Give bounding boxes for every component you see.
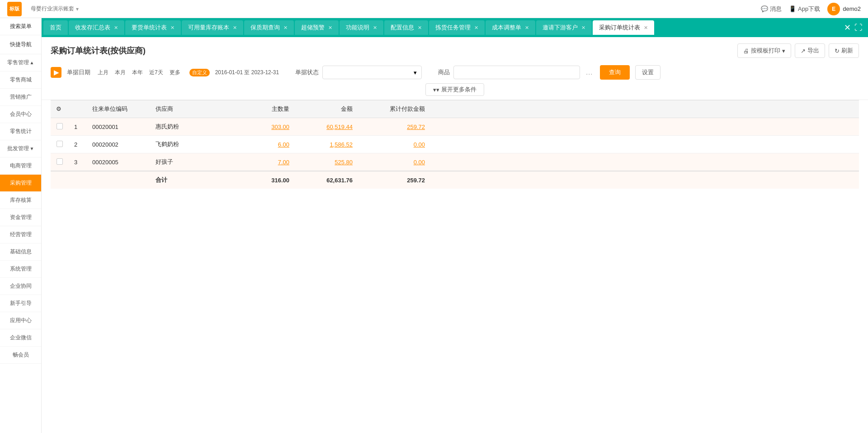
tab-overstock[interactable]: 超储预警 ✕: [295, 20, 339, 35]
tab-available-stock-close-icon[interactable]: ✕: [233, 25, 237, 31]
row-paid-link[interactable]: 259.72: [407, 124, 425, 130]
sidebar-item-wechat[interactable]: 企业微信: [0, 329, 41, 347]
row-extra: [430, 118, 859, 136]
print-button[interactable]: 🖨 按模板打印 ▾: [737, 43, 791, 58]
tab-receive-summary-label: 收发存汇总表: [75, 24, 110, 32]
row-qty: 7.00: [241, 153, 295, 171]
table-settings-icon[interactable]: ⚙: [56, 105, 63, 113]
sidebar-item-wholesale[interactable]: 批发管理 ▼: [0, 140, 41, 157]
filter-status-select[interactable]: ▾: [322, 66, 422, 79]
date-shortcut-7days[interactable]: 近7天: [147, 68, 165, 77]
row-amount: 525.80: [295, 153, 358, 171]
sidebar-item-operations[interactable]: 经营管理: [0, 226, 41, 243]
sidebar-item-retail-shop[interactable]: 零售商城: [0, 71, 41, 89]
sidebar-wechat-label: 企业微信: [10, 334, 32, 341]
export-icon: ↗: [801, 48, 806, 54]
row-paid-link[interactable]: 0.00: [414, 141, 425, 148]
sidebar-guide-label: 新手引导: [10, 300, 32, 306]
tab-home[interactable]: 首页: [43, 20, 68, 35]
tab-function-guide-close-icon[interactable]: ✕: [373, 25, 377, 31]
topbar-left: 标版 母婴行业演示账套 ▾: [7, 2, 79, 16]
tab-function-guide[interactable]: 功能说明 ✕: [340, 20, 383, 35]
tab-cost-adjust-label: 成本调整单: [492, 24, 521, 32]
date-shortcut-more[interactable]: 更多: [168, 68, 182, 77]
date-shortcut-this-year[interactable]: 本年: [130, 68, 145, 77]
filter-status-label: 单据状态: [295, 68, 319, 76]
tab-config-close-icon[interactable]: ✕: [418, 25, 422, 31]
app-download-button[interactable]: 📱 App下载: [789, 5, 820, 13]
sidebar-item-finance[interactable]: 资金管理: [0, 209, 41, 226]
filter-toggle-button[interactable]: ▶: [51, 67, 61, 78]
date-shortcut-this-month[interactable]: 本月: [113, 68, 127, 77]
tab-overstock-close-icon[interactable]: ✕: [328, 25, 332, 31]
sidebar-item-guide[interactable]: 新手引导: [0, 295, 41, 312]
tab-cost-adjust[interactable]: 成本调整单 ✕: [486, 20, 535, 35]
breadcrumb[interactable]: 母婴行业演示账套 ▾: [31, 5, 79, 13]
tab-receive-summary[interactable]: 收发存汇总表 ✕: [69, 20, 124, 35]
date-shortcut-last-month[interactable]: 上月: [96, 68, 110, 77]
sidebar-item-search[interactable]: 搜索菜单: [0, 18, 41, 35]
sidebar-item-inventory[interactable]: 库存核算: [0, 192, 41, 209]
tab-available-stock[interactable]: 可用量库存账本 ✕: [182, 20, 243, 35]
tab-config[interactable]: 配置信息 ✕: [384, 20, 428, 35]
tab-pick-task[interactable]: 拣货任务管理 ✕: [429, 20, 485, 35]
row-paid-link[interactable]: 0.00: [414, 159, 425, 166]
tab-invite-customer[interactable]: 邀请下游客户 ✕: [536, 20, 592, 35]
export-button[interactable]: ↗ 导出: [795, 43, 825, 58]
sidebar-item-quick-nav[interactable]: 快捷导航: [0, 35, 41, 54]
footer-qty-cell: 316.00: [241, 171, 295, 189]
row-amount-link[interactable]: 60,519.44: [326, 124, 353, 130]
tab-order-stats[interactable]: 要货单统计表 ✕: [125, 20, 181, 35]
row-checkbox[interactable]: [51, 153, 69, 171]
table-row[interactable]: 3 00020005 好孩子 7.00 525.80 0.00: [51, 153, 859, 171]
row-amount-link[interactable]: 1,586.52: [330, 141, 353, 148]
table-row[interactable]: 1 00020001 惠氏奶粉 303.00 60,519.44 259.72: [51, 118, 859, 136]
sidebar-item-system[interactable]: 系统管理: [0, 261, 41, 278]
tab-close-button[interactable]: ✕: [844, 24, 851, 32]
expand-more-button[interactable]: ▾▾ 展开更多条件: [425, 83, 484, 96]
sidebar-item-ecommerce[interactable]: 电商管理: [0, 157, 41, 175]
row-qty-link[interactable]: 7.00: [278, 159, 289, 166]
search-button[interactable]: 查询: [600, 65, 630, 80]
sidebar-item-member[interactable]: 会员中心: [0, 106, 41, 123]
refresh-button[interactable]: ↻ 刷新: [829, 43, 859, 58]
table-row[interactable]: 2 00020002 飞鹤奶粉 6.00 1,586.52 0.00: [51, 136, 859, 153]
sidebar-item-retail-mgmt[interactable]: 零售管理 ▲: [0, 54, 41, 71]
sidebar-finance-label: 资金管理: [10, 214, 32, 220]
filter-product-input[interactable]: [453, 66, 580, 79]
sidebar-item-marketing[interactable]: 营销推广: [0, 89, 41, 106]
tab-purchase-order-stats[interactable]: 采购订单统计表 ✕: [593, 20, 654, 35]
sidebar-item-retail-stats[interactable]: 零售统计: [0, 123, 41, 140]
sidebar-item-enterprise[interactable]: 企业协同: [0, 278, 41, 295]
row-checkbox[interactable]: [51, 136, 69, 153]
user-menu[interactable]: E demo2: [827, 3, 861, 15]
nav-tabs: 首页 收发存汇总表 ✕ 要货单统计表 ✕ 可用量库存账本 ✕ 保质期查询 ✕ 超…: [42, 18, 868, 37]
tab-invite-customer-close-icon[interactable]: ✕: [581, 25, 585, 31]
tab-fullscreen-button[interactable]: ⛶: [854, 24, 863, 32]
tab-receive-summary-close-icon[interactable]: ✕: [114, 25, 118, 31]
tab-pick-task-close-icon[interactable]: ✕: [474, 25, 478, 31]
sidebar-search-label[interactable]: 搜索菜单: [4, 23, 38, 30]
logo-icon: 标版: [7, 2, 22, 16]
sidebar-item-purchase[interactable]: 采购管理: [0, 175, 41, 192]
row-qty-link[interactable]: 6.00: [278, 141, 289, 148]
col-header-code: 往来单位编码: [87, 100, 150, 118]
row-checkbox[interactable]: [51, 118, 69, 136]
settings-button[interactable]: 设置: [635, 65, 660, 80]
tab-expiry-close-icon[interactable]: ✕: [283, 25, 288, 31]
row-amount-link[interactable]: 525.80: [335, 159, 353, 166]
sidebar-wholesale-arrow-icon: ▼: [30, 146, 34, 151]
tab-purchase-order-stats-close-icon[interactable]: ✕: [644, 25, 648, 31]
tab-order-stats-label: 要货单统计表: [132, 24, 167, 32]
sidebar-quicknav-label[interactable]: 快捷导航: [0, 38, 41, 51]
tab-order-stats-close-icon[interactable]: ✕: [170, 25, 175, 31]
tab-cost-adjust-close-icon[interactable]: ✕: [525, 25, 529, 31]
topbar: 标版 母婴行业演示账套 ▾ 💬 消息 📱 App下载 E demo2: [0, 0, 868, 18]
message-button[interactable]: 💬 消息: [761, 5, 782, 13]
tab-expiry[interactable]: 保质期查询 ✕: [244, 20, 294, 35]
filter-product-more-button[interactable]: …: [584, 68, 594, 76]
sidebar-item-basic-info[interactable]: 基础信息: [0, 243, 41, 261]
sidebar-item-member2[interactable]: 畅会员: [0, 347, 41, 364]
sidebar-item-app-center[interactable]: 应用中心: [0, 312, 41, 329]
row-qty-link[interactable]: 303.00: [271, 124, 289, 130]
